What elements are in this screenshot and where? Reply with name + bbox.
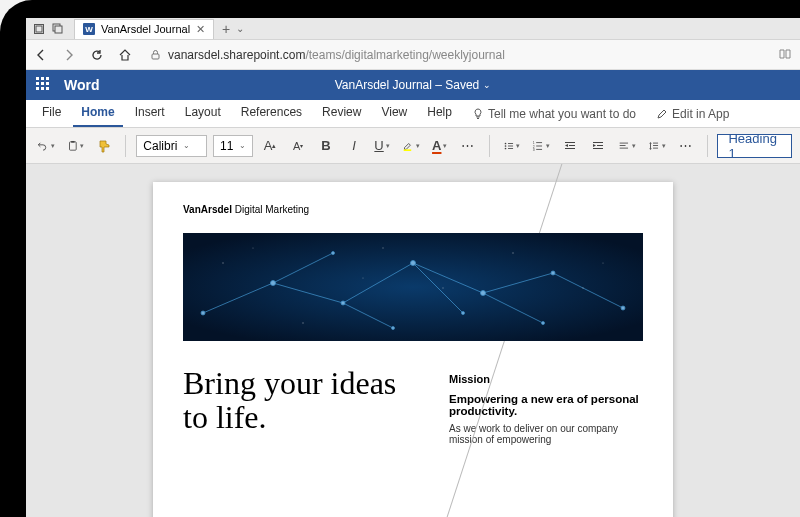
decrease-indent-button[interactable] <box>559 134 581 158</box>
mission-label: Mission <box>449 373 643 385</box>
font-size-selector[interactable]: 11⌄ <box>213 135 253 157</box>
new-tab-button[interactable]: + <box>222 21 230 37</box>
svg-point-45 <box>341 301 345 305</box>
headline-text: Bring your ideas to life. <box>183 367 423 445</box>
more-font-button[interactable]: ⋯ <box>457 134 479 158</box>
svg-point-57 <box>442 287 443 288</box>
tab-title: VanArsdel Journal <box>101 23 190 35</box>
svg-point-53 <box>392 327 395 330</box>
svg-rect-13 <box>508 148 513 149</box>
home-button[interactable] <box>116 46 134 64</box>
tell-me-search[interactable]: Tell me what you want to do <box>464 101 644 127</box>
svg-point-59 <box>582 287 583 288</box>
grow-font-button[interactable]: A▴ <box>259 134 281 158</box>
document-page: VanArsdel Digital Marketing <box>153 182 673 517</box>
svg-point-54 <box>222 262 224 264</box>
refresh-button[interactable] <box>88 46 106 64</box>
svg-rect-23 <box>593 142 603 143</box>
svg-point-55 <box>302 322 304 324</box>
svg-point-50 <box>332 252 335 255</box>
ribbon-toolbar: ▾ ▾ Calibri⌄ 11⌄ A▴ A▾ B I U▾ ▾ A▾ ⋯ ▾ <box>26 128 800 164</box>
svg-rect-7 <box>404 149 412 151</box>
hero-image <box>183 233 643 341</box>
tab-file[interactable]: File <box>34 99 69 127</box>
tab-insert[interactable]: Insert <box>127 99 173 127</box>
line-spacing-button[interactable]: ▾ <box>645 134 669 158</box>
svg-point-61 <box>602 262 603 263</box>
svg-rect-17 <box>537 145 543 146</box>
svg-rect-19 <box>537 148 543 149</box>
svg-rect-30 <box>653 145 658 146</box>
numbering-button[interactable]: 123▾ <box>529 134 553 158</box>
url-text: vanarsdel.sharepoint.com/teams/digitalma… <box>168 48 505 62</box>
lightbulb-icon <box>472 108 484 120</box>
font-color-button[interactable]: A▾ <box>429 134 451 158</box>
svg-rect-25 <box>593 148 603 149</box>
document-title[interactable]: VanArsdel Journal – Saved ⌄ <box>335 78 492 92</box>
app-name: Word <box>64 77 100 93</box>
cascade-window-icon[interactable] <box>50 22 64 36</box>
svg-rect-11 <box>508 145 513 146</box>
svg-point-46 <box>411 261 416 266</box>
tab-help[interactable]: Help <box>419 99 460 127</box>
forward-button[interactable] <box>60 46 78 64</box>
font-name-selector[interactable]: Calibri⌄ <box>136 135 207 157</box>
document-canvas[interactable]: VanArsdel Digital Marketing <box>26 164 800 517</box>
app-launcher-icon[interactable] <box>36 77 52 93</box>
svg-point-48 <box>551 271 555 275</box>
back-button[interactable] <box>32 46 50 64</box>
svg-rect-4 <box>152 54 159 59</box>
svg-rect-21 <box>569 145 575 146</box>
svg-rect-15 <box>537 142 543 143</box>
tabs-overflow-icon[interactable]: ⌄ <box>236 23 244 34</box>
svg-rect-27 <box>620 145 626 146</box>
tab-home[interactable]: Home <box>73 99 122 127</box>
ribbon-tabs: File Home Insert Layout References Revie… <box>26 100 800 128</box>
highlight-button[interactable]: ▾ <box>399 134 423 158</box>
svg-rect-6 <box>71 140 74 142</box>
svg-rect-3 <box>55 26 62 33</box>
svg-rect-31 <box>653 147 658 148</box>
window-titlebar: W VanArsdel Journal ✕ + ⌄ <box>26 18 800 40</box>
tab-review[interactable]: Review <box>314 99 369 127</box>
browser-navbar: vanarsdel.sharepoint.com/teams/digitalma… <box>26 40 800 70</box>
increase-indent-button[interactable] <box>587 134 609 158</box>
svg-point-10 <box>504 145 506 147</box>
word-app-header: Word VanArsdel Journal – Saved ⌄ <box>26 70 800 100</box>
more-paragraph-button[interactable]: ⋯ <box>675 134 697 158</box>
close-tab-icon[interactable]: ✕ <box>196 23 205 36</box>
italic-button[interactable]: I <box>343 134 365 158</box>
format-painter-button[interactable] <box>93 134 115 158</box>
address-bar[interactable]: vanarsdel.sharepoint.com/teams/digitalma… <box>150 48 505 62</box>
tab-references[interactable]: References <box>233 99 310 127</box>
svg-point-52 <box>542 322 545 325</box>
svg-rect-24 <box>597 145 603 146</box>
svg-point-43 <box>201 311 205 315</box>
svg-point-58 <box>512 252 514 254</box>
tab-layout[interactable]: Layout <box>177 99 229 127</box>
style-heading1[interactable]: Heading 1 <box>717 134 792 158</box>
svg-point-44 <box>271 281 276 286</box>
svg-rect-20 <box>565 142 575 143</box>
browser-tab[interactable]: W VanArsdel Journal ✕ <box>74 19 214 39</box>
paste-button[interactable]: ▾ <box>64 134 88 158</box>
svg-point-49 <box>621 306 625 310</box>
bullets-button[interactable]: ▾ <box>500 134 524 158</box>
separator <box>489 135 490 157</box>
undo-button[interactable]: ▾ <box>34 134 58 158</box>
edit-in-app-button[interactable]: Edit in App <box>648 101 737 127</box>
svg-point-12 <box>504 147 506 149</box>
chevron-down-icon: ⌄ <box>483 80 491 90</box>
tab-view[interactable]: View <box>373 99 415 127</box>
shrink-font-button[interactable]: A▾ <box>287 134 309 158</box>
align-button[interactable]: ▾ <box>615 134 639 158</box>
svg-rect-22 <box>565 148 575 149</box>
restore-window-icon[interactable] <box>32 22 46 36</box>
mission-body: As we work to deliver on our company mis… <box>449 423 643 445</box>
reader-view-icon[interactable] <box>778 47 794 63</box>
svg-point-8 <box>504 142 506 144</box>
underline-button[interactable]: U▾ <box>371 134 393 158</box>
brand-line: VanArsdel Digital Marketing <box>183 204 643 215</box>
svg-rect-1 <box>36 26 42 32</box>
bold-button[interactable]: B <box>315 134 337 158</box>
